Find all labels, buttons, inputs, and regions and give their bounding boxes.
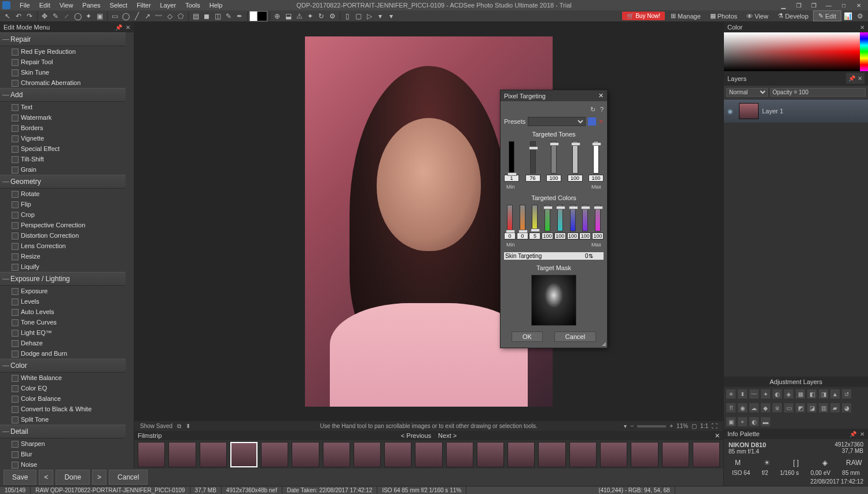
adj-grain-icon[interactable]: ⠿ bbox=[726, 403, 735, 412]
adj-wb-icon[interactable]: ◐ bbox=[773, 389, 782, 399]
buy-now-button[interactable]: 🛒 Buy Now! bbox=[622, 12, 665, 20]
tool-special-effect[interactable]: Special Effect bbox=[0, 143, 126, 154]
tool-lens-correction[interactable]: Lens Correction bbox=[0, 241, 126, 251]
menu-panes[interactable]: Panes bbox=[78, 1, 105, 10]
window-maximize-icon[interactable]: □ bbox=[837, 1, 851, 9]
adj-bw-icon[interactable]: ◧ bbox=[807, 389, 816, 399]
tool-noise[interactable]: Noise bbox=[0, 459, 126, 469]
mode-edit[interactable]: ✎ Edit bbox=[813, 10, 841, 21]
popup2-icon[interactable]: ▾ bbox=[386, 11, 396, 21]
tool-distortion-correction[interactable]: Distortion Correction bbox=[0, 230, 126, 241]
histogram-icon[interactable]: ⬓ bbox=[283, 11, 293, 21]
tone-slider[interactable]: 100 bbox=[589, 141, 604, 182]
dialog-help-icon[interactable]: ? bbox=[600, 106, 604, 113]
ratio-label[interactable]: 1:1 bbox=[700, 423, 708, 429]
tool-repair-tool[interactable]: Repair Tool bbox=[0, 57, 126, 67]
menu-edit[interactable]: Edit bbox=[35, 1, 55, 10]
image-canvas[interactable] bbox=[134, 22, 723, 421]
tool-dodge-and-burn[interactable]: Dodge and Burn bbox=[0, 348, 126, 359]
color-panel-close-icon[interactable]: ✕ bbox=[860, 24, 865, 31]
thumbnail[interactable] bbox=[507, 442, 535, 467]
menu-layer[interactable]: Layer bbox=[156, 1, 181, 10]
split-view-icon[interactable]: ▯ bbox=[342, 11, 352, 21]
play-icon[interactable]: ▷ bbox=[364, 11, 374, 21]
fill-icon[interactable]: ◼ bbox=[201, 11, 212, 21]
lasso-icon[interactable]: ◯ bbox=[72, 11, 83, 21]
color-slider[interactable]: 100 bbox=[579, 205, 591, 239]
info-close-icon[interactable]: ✕ bbox=[860, 431, 865, 437]
zoom-slider[interactable] bbox=[637, 425, 666, 427]
cancel-button[interactable]: Cancel bbox=[109, 470, 148, 485]
pin-icon[interactable]: 📌 bbox=[115, 24, 122, 31]
tone-slider[interactable]: 100 bbox=[546, 141, 561, 182]
menu-filter[interactable]: Filter bbox=[132, 1, 155, 10]
rect-select-icon[interactable]: ▭ bbox=[109, 11, 120, 21]
tool-red-eye-reduction[interactable]: Red Eye Reduction bbox=[0, 46, 126, 57]
window-minimize2-icon[interactable]: — bbox=[822, 1, 836, 9]
adj-dehaze-icon[interactable]: ☁ bbox=[749, 403, 759, 412]
gear-icon[interactable]: ⚙ bbox=[855, 11, 865, 21]
tool-dehaze[interactable]: Dehaze bbox=[0, 338, 126, 348]
tool-skin-tune[interactable]: Skin Tune bbox=[0, 67, 126, 78]
adj-threshold-icon[interactable]: ◩ bbox=[796, 403, 805, 412]
tool-blur[interactable]: Blur bbox=[0, 449, 126, 459]
mode-view[interactable]: 👁 View bbox=[742, 10, 773, 21]
tool-liquify[interactable]: Liquify bbox=[0, 261, 126, 272]
tool-borders[interactable]: Borders bbox=[0, 123, 126, 133]
blend-mode-select[interactable]: Normal bbox=[726, 88, 768, 97]
menu-view[interactable]: View bbox=[55, 1, 78, 10]
curve-tool-icon[interactable]: 〰 bbox=[153, 11, 164, 21]
adj-levels-icon[interactable]: ⬍ bbox=[738, 389, 747, 399]
thumbnail[interactable] bbox=[631, 442, 658, 467]
color-slider[interactable]: 0 bbox=[504, 205, 516, 239]
tool-levels[interactable]: Levels bbox=[0, 296, 126, 307]
adj-photo-icon[interactable]: ▭ bbox=[784, 403, 793, 412]
next-image-button[interactable]: > bbox=[92, 470, 106, 485]
skin-stepper-icon[interactable]: ⇅ bbox=[589, 253, 593, 259]
settings-icon[interactable]: ⚙ bbox=[327, 11, 337, 21]
adj-gradient-icon[interactable]: ▰ bbox=[830, 403, 840, 412]
expand-icon[interactable]: ⛶ bbox=[712, 423, 718, 429]
tool-watermark[interactable]: Watermark bbox=[0, 112, 126, 123]
adj-exposure-icon[interactable]: ☀ bbox=[726, 389, 735, 399]
zoom-in-icon[interactable]: + bbox=[670, 423, 673, 429]
thumbnail[interactable] bbox=[168, 442, 196, 467]
thumbnail[interactable] bbox=[354, 442, 381, 467]
tool-grain[interactable]: Grain bbox=[0, 164, 126, 175]
thumbnail[interactable] bbox=[230, 442, 258, 467]
tool-list[interactable]: RepairRed Eye ReductionRepair ToolSkin T… bbox=[0, 32, 134, 469]
window-restore1-icon[interactable]: ❐ bbox=[792, 1, 806, 9]
move-tool-icon[interactable]: ✥ bbox=[39, 11, 50, 21]
tool-light-eq-[interactable]: Light EQ™ bbox=[0, 327, 126, 338]
ellipse-select-icon[interactable]: ◯ bbox=[120, 11, 131, 21]
tone-slider[interactable]: 76 bbox=[525, 141, 540, 182]
adj-hsl-icon[interactable]: ▦ bbox=[796, 389, 805, 399]
opacity-input[interactable] bbox=[770, 88, 866, 97]
brush-icon[interactable]: ⟋ bbox=[61, 11, 72, 21]
tool-tilt-shift[interactable]: Tilt-Shift bbox=[0, 154, 126, 164]
menu-tools[interactable]: Tools bbox=[181, 1, 205, 10]
color-slider[interactable]: 0 bbox=[517, 205, 528, 239]
single-view-icon[interactable]: ▢ bbox=[353, 11, 363, 21]
mode-develop[interactable]: ⚗ Develop bbox=[773, 10, 813, 21]
show-saved-toggle[interactable]: Show Saved bbox=[140, 423, 172, 429]
redo-icon[interactable]: ↷ bbox=[24, 11, 35, 21]
color-slider[interactable]: 5 bbox=[529, 205, 540, 239]
target-icon[interactable]: ⊕ bbox=[272, 11, 282, 21]
layer-visibility-icon[interactable]: ◉ bbox=[727, 108, 735, 115]
color-gradient-picker[interactable] bbox=[724, 32, 860, 71]
pointer-tool-icon[interactable]: ↖ bbox=[2, 11, 13, 21]
preset-delete-icon[interactable]: ✕ bbox=[598, 118, 604, 126]
category-detail[interactable]: Detail bbox=[0, 425, 126, 438]
eraser-icon[interactable]: ◫ bbox=[212, 11, 223, 21]
flatten-icon[interactable]: ▬ bbox=[761, 417, 770, 426]
adj-vibrance-icon[interactable]: ◈ bbox=[784, 389, 793, 399]
refresh-icon[interactable]: ↻ bbox=[316, 11, 326, 21]
tone-slider[interactable]: 1 bbox=[504, 141, 519, 182]
tool-sharpen[interactable]: Sharpen bbox=[0, 438, 126, 449]
adj-curves-icon[interactable]: 〰 bbox=[749, 389, 759, 399]
undo-icon[interactable]: ↶ bbox=[13, 11, 24, 21]
thumbnail[interactable] bbox=[200, 442, 227, 467]
tool-auto-levels[interactable]: Auto Levels bbox=[0, 307, 126, 317]
compare-icon[interactable]: ⧉ bbox=[177, 423, 181, 430]
